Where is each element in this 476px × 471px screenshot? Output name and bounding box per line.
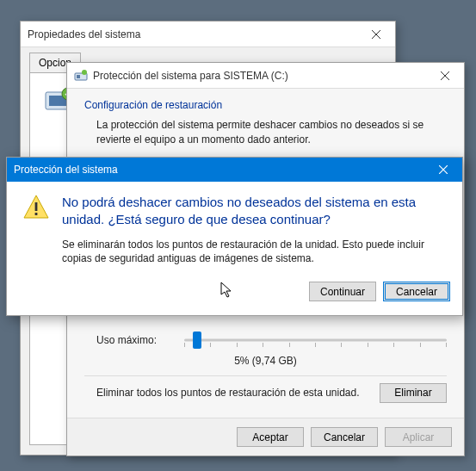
delete-button[interactable]: Eliminar [380, 383, 447, 403]
restore-settings-description: La protección del sistema permite deshac… [96, 118, 447, 147]
titlebar[interactable]: Protección del sistema para SISTEMA (C:) [67, 63, 464, 89]
cancel-button[interactable]: Cancelar [311, 427, 378, 447]
restore-settings-heading: Configuración de restauración [84, 99, 447, 111]
dialog-title: Protección del sistema [14, 164, 431, 176]
separator [84, 375, 447, 376]
main-instruction: No podrá deshacer cambios no deseados de… [62, 194, 447, 229]
warning-icon [22, 194, 50, 221]
svg-rect-13 [35, 202, 38, 211]
svg-rect-14 [35, 213, 38, 215]
max-usage-slider[interactable] [184, 331, 447, 350]
window-title: Propiedades del sistema [28, 28, 364, 40]
titlebar[interactable]: Propiedades del sistema [21, 22, 395, 47]
apply-button[interactable]: Aplicar [385, 427, 452, 447]
continue-button[interactable]: Continuar [309, 282, 376, 301]
confirm-dialog: Protección del sistema No podrá deshacer… [6, 157, 463, 316]
close-icon[interactable] [431, 161, 455, 178]
content-text: Se eliminarán todos los puntos de restau… [62, 238, 447, 267]
window-title: Protección del sistema para SISTEMA (C:) [93, 70, 433, 82]
titlebar[interactable]: Protección del sistema [7, 158, 462, 182]
svg-point-7 [82, 70, 87, 75]
drive-icon [74, 69, 88, 83]
cancel-button[interactable]: Cancelar [383, 282, 450, 301]
dialog-button-row: Continuar Cancelar [7, 275, 462, 312]
close-icon[interactable] [433, 67, 457, 84]
svg-rect-6 [77, 75, 80, 78]
max-usage-label: Uso máximo: [96, 334, 169, 346]
close-icon[interactable] [364, 26, 388, 43]
ok-button[interactable]: Aceptar [237, 427, 304, 447]
dialog-button-row: Aceptar Cancelar Aplicar [67, 418, 464, 456]
max-usage-value: 5% (9,74 GB) [84, 355, 447, 367]
delete-restore-points-text: Eliminar todos los puntos de restauració… [96, 386, 368, 400]
